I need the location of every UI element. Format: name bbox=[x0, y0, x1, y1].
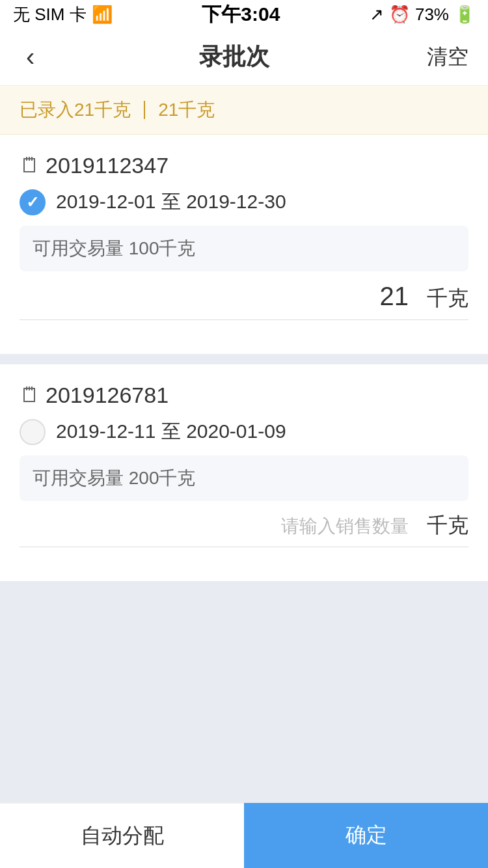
status-time: 下午3:04 bbox=[202, 1, 280, 28]
batch-1-unit: 千克 bbox=[427, 284, 468, 313]
batch-2-unit: 千克 bbox=[427, 511, 468, 540]
batch-1-date-row: 2019-12-01 至 2019-12-30 bbox=[20, 189, 468, 215]
page-content: 🗒 2019112347 2019-12-01 至 2019-12-30 可用交… bbox=[0, 135, 488, 868]
batch-1-id: 2019112347 bbox=[46, 153, 169, 178]
batch-card-1: 🗒 2019112347 2019-12-01 至 2019-12-30 可用交… bbox=[0, 135, 488, 354]
alarm-icon: ⏰ bbox=[389, 5, 410, 25]
batch-2-quantity-row: 请输入销售数量 千克 bbox=[0, 501, 488, 563]
batch-2-date-row: 2019-12-11 至 2020-01-09 bbox=[20, 418, 468, 445]
batch-card-1-inner: 🗒 2019112347 2019-12-01 至 2019-12-30 可用交… bbox=[0, 135, 488, 271]
recorded-label: 已录入21千克 bbox=[20, 98, 131, 122]
batch-1-available: 可用交易量 100千克 bbox=[20, 226, 468, 271]
battery-label: 73% bbox=[415, 5, 449, 25]
back-button[interactable]: ‹ bbox=[20, 36, 41, 78]
bottom-bar: 自动分配 确定 bbox=[0, 803, 488, 868]
banner-divider bbox=[144, 101, 145, 119]
batch-1-radio[interactable] bbox=[20, 189, 46, 215]
batch-2-placeholder: 请输入销售数量 bbox=[281, 514, 409, 539]
auto-distribute-button[interactable]: 自动分配 bbox=[0, 803, 244, 868]
batch-2-header: 🗒 2019126781 bbox=[20, 383, 468, 408]
batch-2-icon: 🗒 bbox=[20, 383, 40, 407]
page-title: 录批次 bbox=[199, 41, 269, 73]
batch-1-header: 🗒 2019112347 bbox=[20, 153, 468, 178]
recorded-value: 21千克 bbox=[158, 98, 215, 122]
no-sim-label: 无 SIM 卡 bbox=[13, 3, 87, 26]
status-right: ↗ ⏰ 73% 🔋 bbox=[370, 5, 475, 25]
card-separator-1 bbox=[0, 354, 488, 364]
confirm-button[interactable]: 确定 bbox=[244, 803, 488, 868]
batch-1-quantity-value: 21 bbox=[357, 282, 409, 311]
batch-2-quantity-display: 请输入销售数量 千克 bbox=[20, 511, 468, 547]
batch-card-2-inner: 🗒 2019126781 2019-12-11 至 2020-01-09 可用交… bbox=[0, 364, 488, 501]
wifi-icon: 📶 bbox=[92, 5, 113, 25]
batch-1-icon: 🗒 bbox=[20, 154, 40, 178]
clear-button[interactable]: 清空 bbox=[427, 43, 468, 72]
batch-2-date: 2019-12-11 至 2020-01-09 bbox=[56, 418, 286, 445]
status-bar: 无 SIM 卡 📶 下午3:04 ↗ ⏰ 73% 🔋 bbox=[0, 0, 488, 29]
battery-icon: 🔋 bbox=[454, 5, 475, 25]
batch-2-radio[interactable] bbox=[20, 419, 46, 445]
location-icon: ↗ bbox=[370, 5, 384, 25]
info-banner: 已录入21千克 21千克 bbox=[0, 86, 488, 135]
batch-2-available: 可用交易量 200千克 bbox=[20, 455, 468, 501]
status-left: 无 SIM 卡 📶 bbox=[13, 3, 113, 26]
batch-card-2: 🗒 2019126781 2019-12-11 至 2020-01-09 可用交… bbox=[0, 364, 488, 581]
batch-2-id: 2019126781 bbox=[46, 383, 169, 408]
batch-1-quantity-row: 21 千克 bbox=[0, 271, 488, 336]
batch-1-date: 2019-12-01 至 2019-12-30 bbox=[56, 189, 286, 215]
batch-1-quantity-display: 21 千克 bbox=[20, 282, 468, 320]
nav-bar: ‹ 录批次 清空 bbox=[0, 29, 488, 86]
